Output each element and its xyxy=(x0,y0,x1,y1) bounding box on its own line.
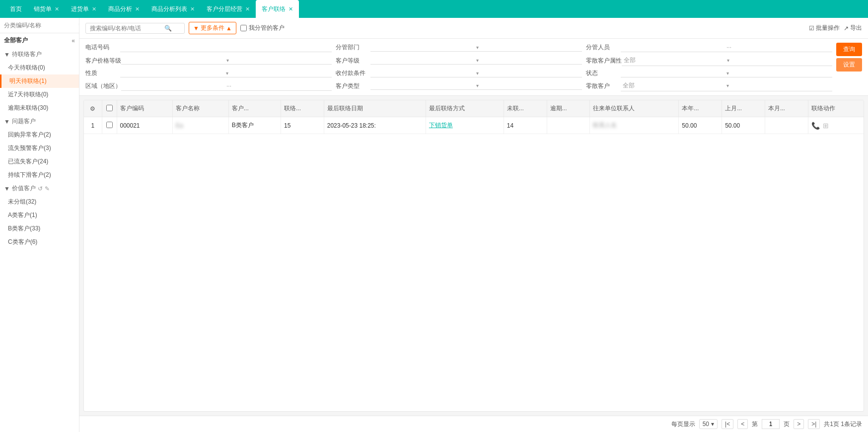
sidebar-group-pending[interactable]: ▼ 待联络客户 xyxy=(0,48,79,61)
dots-icon-manager[interactable]: ··· xyxy=(724,44,830,51)
th-contact-count: 联络... xyxy=(281,100,324,117)
customer-table-wrap: ⚙ 客户编码 客户名称 客户... 联络... 最后联络日期 最后联络方式 未联… xyxy=(83,100,864,412)
nav-customer-layer[interactable]: 客户分层经营 ✕ xyxy=(201,0,256,18)
export-button[interactable]: ↗ 导出 xyxy=(844,24,862,32)
filter-customer-level-select[interactable]: ▾ xyxy=(370,57,582,65)
sidebar-item-b-class[interactable]: B类客户(33) xyxy=(0,222,79,235)
th-settings[interactable]: ⚙ xyxy=(84,100,102,117)
filter-manager-select[interactable]: ··· xyxy=(621,43,832,52)
nav-sales[interactable]: 销货单 ✕ xyxy=(28,0,65,18)
row-last-month: 50.00 xyxy=(722,117,765,134)
th-action: 联络动作 xyxy=(808,100,864,117)
sidebar-item-tomorrow[interactable]: 明天待联络(1) xyxy=(0,74,79,88)
value-edit-icon[interactable]: ✎ xyxy=(45,185,50,192)
sidebar-group-problem[interactable]: ▼ 问题客户 xyxy=(0,115,79,128)
total-records: 共1页 1条记录 xyxy=(824,420,862,429)
row-checkbox[interactable] xyxy=(106,122,113,128)
filter-panel: 电话号码 分管部门 ▾ 分管人员 xyxy=(79,39,868,96)
th-last-month: 上月... xyxy=(722,100,765,117)
row-this-month xyxy=(765,117,808,134)
page-number-input[interactable] xyxy=(762,419,780,429)
close-customer-layer-icon[interactable]: ✕ xyxy=(245,6,250,12)
sidebar-all-customers-header[interactable]: 全部客户 « xyxy=(0,33,79,48)
action-phone-icon[interactable]: 📞 xyxy=(811,122,820,130)
filter-price-level-select[interactable]: ▾ xyxy=(121,57,332,65)
row-last-method[interactable]: 下销货单 xyxy=(426,117,504,134)
filter-customer-type-select[interactable]: ▾ xyxy=(370,82,582,90)
filter-status-select[interactable]: ▾ xyxy=(621,70,832,77)
filter-row-3: 性质 ▾ 收付款条件 ▾ xyxy=(85,69,832,77)
row-name: Ea xyxy=(173,117,229,134)
nav-purchase[interactable]: 进货单 ✕ xyxy=(65,0,102,18)
action-grid-icon[interactable]: ⊞ xyxy=(823,122,829,130)
sidebar-search-wrap: 🔍 xyxy=(0,18,79,33)
prev-page-button[interactable]: < xyxy=(737,419,748,429)
more-filter-button[interactable]: ▼ 更多条件 ▲ xyxy=(189,22,236,34)
select-all-checkbox[interactable] xyxy=(106,105,113,111)
th-checkbox[interactable] xyxy=(102,100,117,117)
filter-retail-customer-label: 零散客户 xyxy=(586,82,621,90)
page-size-select[interactable]: 50 ▾ xyxy=(699,419,718,429)
search-bar: 🔍 ▼ 更多条件 ▲ 我分管的客户 ☑ 批量操作 ↗ 导出 xyxy=(79,18,868,39)
per-page-label: 每页显示 xyxy=(671,420,695,429)
sidebar-item-overdue[interactable]: 逾期未联络(30) xyxy=(0,101,79,115)
filter-region-label: 区域（地区） xyxy=(85,82,121,90)
sidebar-item-c-class[interactable]: C类客户(6) xyxy=(0,235,79,249)
th-code: 客户编码 xyxy=(117,100,173,117)
row-checkbox-cell[interactable] xyxy=(102,117,117,134)
dots-icon-region[interactable]: ··· xyxy=(224,82,330,89)
sidebar-item-repurchase-abnormal[interactable]: 回购异常客户(2) xyxy=(0,128,79,142)
first-page-button[interactable]: |< xyxy=(722,419,733,429)
table-footer: 每页显示 50 ▾ |< < 第 页 > >| 共1页 1条记录 xyxy=(79,416,868,432)
query-button[interactable]: 查询 xyxy=(836,43,862,56)
next-page-button[interactable]: > xyxy=(794,419,804,429)
filter-nature-select[interactable]: ▾ xyxy=(120,70,332,77)
sidebar-item-lost[interactable]: 已流失客户(24) xyxy=(0,155,79,168)
sidebar-search-input[interactable] xyxy=(4,22,78,29)
sidebar-item-7days[interactable]: 近7天待联络(0) xyxy=(0,88,79,101)
row-company-contact: 联系人名 xyxy=(590,117,679,134)
toolbar-right: ☑ 批量操作 ↗ 导出 xyxy=(809,24,862,32)
filter-region-select[interactable]: ··· xyxy=(121,81,332,91)
chevron-down-icon-ctype: ▾ xyxy=(476,83,580,88)
nav-home[interactable]: 首页 xyxy=(4,0,28,18)
search-icon-main[interactable]: 🔍 xyxy=(164,25,172,32)
close-customer-contact-icon[interactable]: ✕ xyxy=(289,6,293,12)
filter-retail-customer: 零散客户 全部 ▾ xyxy=(586,80,832,91)
search-input[interactable] xyxy=(90,25,164,32)
close-product-analysis-icon[interactable]: ✕ xyxy=(135,6,140,12)
filter-price-level: 客户价格等级 ▾ xyxy=(85,57,332,65)
filter-price-level-label: 客户价格等级 xyxy=(85,57,121,65)
sidebar-item-churn-warning[interactable]: 流失预警客户(3) xyxy=(0,142,79,155)
th-name: 客户名称 xyxy=(173,100,229,117)
filter-payment-select[interactable]: ▾ xyxy=(370,70,582,77)
filter-phone: 电话号码 xyxy=(85,43,332,52)
sidebar-item-today[interactable]: 今天待联络(0) xyxy=(0,61,79,74)
filter-phone-input[interactable] xyxy=(120,43,332,52)
set-button[interactable]: 设置 xyxy=(836,58,862,72)
my-customer-checkbox[interactable] xyxy=(240,25,247,31)
my-customer-checkbox-wrap[interactable]: 我分管的客户 xyxy=(240,24,285,32)
sidebar-item-ungrouped[interactable]: 未分组(32) xyxy=(0,195,79,209)
sidebar-item-a-class[interactable]: A类客户(1) xyxy=(0,209,79,222)
close-purchase-icon[interactable]: ✕ xyxy=(92,6,96,12)
batch-operation-button[interactable]: ☑ 批量操作 xyxy=(809,24,840,32)
close-product-list-icon[interactable]: ✕ xyxy=(190,6,195,12)
filter-retail-customer-select[interactable]: 全部 ▾ xyxy=(621,80,832,91)
chevron-down-icon-price: ▾ xyxy=(226,58,330,63)
search-input-wrap: 🔍 xyxy=(85,23,185,34)
sidebar-group-value[interactable]: ▼ 价值客户 ↺ ✎ xyxy=(0,182,79,195)
close-sales-icon[interactable]: ✕ xyxy=(55,6,59,12)
value-refresh-icon[interactable]: ↺ xyxy=(38,185,43,192)
nav-product-list[interactable]: 商品分析列表 ✕ xyxy=(145,0,201,18)
row-overdue xyxy=(547,117,590,134)
sidebar-collapse-icon[interactable]: « xyxy=(72,37,75,44)
filter-dept-select[interactable]: ▾ xyxy=(370,44,582,52)
last-page-button[interactable]: >| xyxy=(808,419,820,429)
row-actions: 📞 ⊞ xyxy=(808,117,864,134)
nav-customer-contact[interactable]: 客户联络 ✕ xyxy=(256,0,299,18)
export-icon: ↗ xyxy=(844,25,849,32)
sidebar-item-declining[interactable]: 持续下滑客户(2) xyxy=(0,168,79,182)
filter-retail-attr-select[interactable]: 全部 ▾ xyxy=(622,55,832,66)
nav-product-analysis[interactable]: 商品分析 ✕ xyxy=(102,0,145,18)
